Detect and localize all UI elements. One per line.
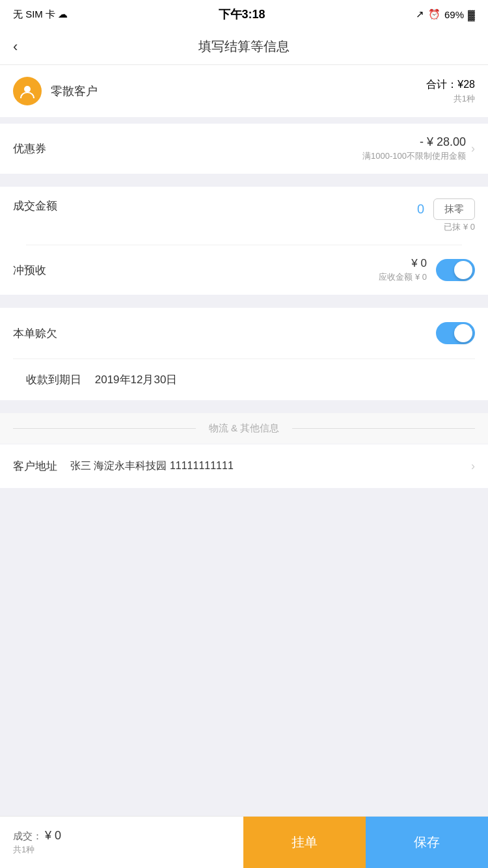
prepay-label: 冲预收 — [13, 263, 46, 278]
battery-icon: ▓ — [468, 9, 475, 20]
transaction-right: 0 抹零 已抹 ¥ 0 — [417, 198, 475, 233]
status-right: ↗ ⏰ 69% ▓ — [416, 8, 475, 20]
address-value: 张三 海淀永丰科技园 11111111111 — [70, 459, 471, 473]
prepay-row: 冲预收 ¥ 0 应收金额 ¥ 0 — [13, 245, 475, 295]
due-date-label: 收款到期日 — [26, 373, 81, 386]
prepay-toggle-knob — [454, 261, 472, 279]
coupon-right: - ¥ 28.00 满1000-100不限制使用金额 › — [362, 135, 475, 162]
bottom-info: 成交： ¥ 0 共1种 — [0, 829, 243, 856]
coupon-card[interactable]: 优惠券 - ¥ 28.00 满1000-100不限制使用金额 › — [0, 124, 488, 174]
save-label: 保存 — [414, 834, 440, 851]
svg-point-0 — [24, 86, 31, 92]
status-time: 下午3:18 — [219, 7, 265, 22]
logistics-header: 物流 & 其他信息 — [0, 413, 488, 444]
transaction-label: 成交金额 — [13, 198, 57, 213]
due-date-row: 收款到期日 2019年12月30日 — [13, 359, 475, 400]
content: 零散客户 合计：¥28 共1种 优惠券 - ¥ 28.00 满1000-100不… — [0, 65, 488, 547]
coupon-desc: 满1000-100不限制使用金额 — [362, 150, 466, 162]
section-sep-1 — [0, 180, 488, 187]
debit-toggle-knob — [454, 324, 472, 342]
prepay-value: ¥ 0 — [379, 257, 427, 270]
customer-card: 零散客户 合计：¥28 共1种 — [0, 65, 488, 117]
location-icon: ↗ — [416, 8, 424, 20]
alarm-icon: ⏰ — [428, 8, 441, 20]
customer-name: 零散客户 — [51, 83, 98, 99]
address-card[interactable]: 客户地址 张三 海淀永丰科技园 11111111111 › — [0, 444, 488, 488]
logistics-sep — [0, 407, 488, 413]
due-date-value: 2019年12月30日 — [95, 373, 178, 386]
customer-right: 合计：¥28 共1种 — [426, 78, 475, 105]
logistics-title: 物流 & 其他信息 — [209, 422, 279, 435]
save-button[interactable]: 保存 — [366, 817, 488, 869]
battery-label: 69% — [444, 9, 464, 20]
section-sep-2 — [0, 301, 488, 308]
transaction-value[interactable]: 0 — [417, 202, 424, 217]
address-chevron-icon: › — [471, 459, 475, 473]
coupon-label: 优惠券 — [13, 141, 46, 156]
bottom-trans-label: 成交： — [13, 830, 42, 843]
round-zero-button[interactable]: 抹零 — [433, 198, 475, 220]
hold-button[interactable]: 挂单 — [243, 817, 366, 869]
status-left: 无 SIM 卡 ☁ — [13, 8, 68, 21]
chevron-right-icon: › — [471, 142, 475, 156]
debit-toggle[interactable] — [436, 322, 475, 344]
customer-total: 合计：¥28 — [426, 78, 475, 92]
customer-row: 零散客户 合计：¥28 共1种 — [0, 65, 488, 117]
avatar — [13, 77, 42, 105]
status-bar: 无 SIM 卡 ☁ 下午3:18 ↗ ⏰ 69% ▓ — [0, 0, 488, 29]
debit-label: 本单赊欠 — [13, 326, 57, 341]
customer-left: 零散客户 — [13, 77, 98, 105]
bottom-bar: 成交： ¥ 0 共1种 挂单 保存 — [0, 816, 488, 868]
transaction-row: 成交金额 0 抹零 已抹 ¥ 0 — [13, 187, 475, 245]
nav-bar: ‹ 填写结算等信息 — [0, 29, 488, 65]
logistics-line-left — [13, 428, 196, 429]
hold-label: 挂单 — [291, 834, 318, 851]
debit-card: 本单赊欠 收款到期日 2019年12月30日 — [0, 308, 488, 400]
customer-count: 共1种 — [426, 93, 475, 105]
bottom-trans-value: ¥ 0 — [45, 829, 61, 843]
page-title: 填写结算等信息 — [198, 38, 290, 55]
transaction-card: 成交金额 0 抹零 已抹 ¥ 0 冲预收 ¥ 0 应收金额 ¥ 0 — [0, 187, 488, 295]
address-label: 客户地址 — [13, 459, 57, 474]
coupon-row[interactable]: 优惠券 - ¥ 28.00 满1000-100不限制使用金额 › — [0, 124, 488, 174]
prepay-right: ¥ 0 应收金额 ¥ 0 — [379, 257, 475, 283]
prepay-toggle[interactable] — [436, 259, 475, 281]
bottom-count: 共1种 — [13, 844, 230, 856]
coupon-amount: - ¥ 28.00 — [362, 135, 466, 149]
address-row[interactable]: 客户地址 张三 海淀永丰科技园 11111111111 › — [13, 444, 475, 488]
logistics-line-right — [292, 428, 475, 429]
transaction-sub: 已抹 ¥ 0 — [417, 221, 475, 233]
debit-row: 本单赊欠 — [13, 308, 475, 359]
prepay-sub: 应收金额 ¥ 0 — [379, 271, 427, 283]
sim-label: 无 SIM 卡 ☁ — [13, 8, 68, 21]
back-button[interactable]: ‹ — [13, 38, 18, 55]
